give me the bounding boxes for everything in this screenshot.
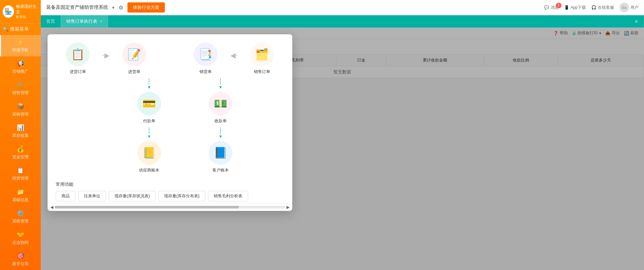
arrow-down-sale: ▼ bbox=[219, 77, 223, 90]
arrow-purchase-to-purchase-order: ▶ bbox=[100, 51, 112, 59]
logo-icon: 🏪 bbox=[3, 5, 14, 18]
sidebar-logo: 🏪 畅康通好生意 标准版 bbox=[0, 0, 41, 23]
user-action[interactable]: Ea 用户 bbox=[620, 3, 639, 12]
marketing-icon: 📢 bbox=[17, 60, 24, 67]
sale-order-label: 销售订单 bbox=[254, 69, 270, 75]
scroll-track[interactable] bbox=[55, 206, 285, 209]
sale-label: 销货单 bbox=[199, 69, 212, 75]
scroll-left-arrow[interactable]: ◀ bbox=[50, 205, 53, 210]
modal-overlay[interactable]: 📋 进货订单 ▶ 📝 bbox=[41, 28, 644, 270]
sidebar-item-newuser[interactable]: 🎯 新手引导 bbox=[0, 249, 41, 270]
common-btn-stock-dist[interactable]: 现存量(库存分布表) bbox=[158, 191, 205, 201]
flow-payment-out[interactable]: 💳 付款单 bbox=[127, 92, 171, 124]
sidebar-item-enterprise[interactable]: 🤝 企业协同 bbox=[0, 228, 41, 249]
purchase-order-label: 进货订单 bbox=[70, 69, 86, 75]
system-icon: ⚙️ bbox=[17, 210, 24, 217]
header-dropdown[interactable]: ▾ bbox=[112, 5, 115, 10]
purchase-label: 进货单 bbox=[128, 69, 140, 75]
experience-btn[interactable]: 体验行业方案 bbox=[127, 2, 165, 13]
logo-text: 畅康通好生意 标准版 bbox=[16, 4, 38, 19]
sidebar-search[interactable]: 🔍 搜索菜单 bbox=[0, 23, 41, 35]
finance-icon: 💰 bbox=[17, 145, 24, 153]
flow-row-2: 💳 付款单 💵 收款单 bbox=[56, 92, 284, 124]
arrow-down-payment-out: ▼ bbox=[147, 127, 151, 140]
sidebar-item-sales[interactable]: 🛒 销售管理 bbox=[0, 78, 41, 99]
customer-ledger-circle: 📘 bbox=[209, 141, 232, 165]
flow-purchase-order[interactable]: 📋 进货订单 bbox=[56, 42, 100, 75]
flow-payment-in[interactable]: 💵 收款单 bbox=[198, 92, 243, 124]
flow-arrows-down-2: ▼ ▼ bbox=[56, 127, 284, 140]
tab-home[interactable]: 首页 bbox=[41, 15, 61, 28]
flow-supplier-ledger[interactable]: 📒 供应商账本 bbox=[127, 141, 171, 173]
header-left: 装备及固定资产辅助管理系统 ▾ ⚙ 体验行业方案 bbox=[46, 2, 165, 13]
payment-in-circle: 💵 bbox=[209, 92, 232, 115]
common-buttons-group: 商品 往来单位 现存量(库存状况表) 现存量(库存分布表) 销售毛利分析表 商品… bbox=[56, 191, 284, 203]
flow-sale[interactable]: 📑 销货单 bbox=[184, 42, 228, 75]
supplier-ledger-circle: 📒 bbox=[137, 141, 161, 165]
supplier-ledger-label: 供应商账本 bbox=[139, 167, 159, 173]
message-badge: 5 bbox=[556, 3, 561, 8]
quick-nav-icon: ⚡ bbox=[17, 38, 24, 46]
sidebar-item-inventory[interactable]: 📊 库存核算 bbox=[0, 121, 41, 142]
common-btn-stock-status[interactable]: 现存量(库存状况表) bbox=[109, 191, 156, 201]
tab-bar: 首页 销售订单执行表 × ✕ bbox=[41, 15, 644, 28]
sidebar: 🏪 畅康通好生意 标准版 🔍 搜索菜单 ⚡ 快捷导航 📢 营销推广 🛒 销售管理… bbox=[0, 0, 41, 270]
common-functions-title: 常用功能 bbox=[56, 181, 284, 187]
message-icon: 💬 bbox=[544, 5, 549, 10]
flow-purchase[interactable]: 📝 进货单 bbox=[112, 42, 156, 75]
flow-arrows-down: ▼ ▼ bbox=[56, 77, 284, 90]
sidebar-item-finance[interactable]: 💰 资金管理 bbox=[0, 142, 41, 163]
tab-sale-order[interactable]: 销售订单执行表 × bbox=[61, 15, 108, 28]
newuser-icon: 🎯 bbox=[17, 252, 24, 260]
message-action[interactable]: 💬 消息 5 bbox=[544, 5, 559, 11]
arrow-down-payment-in: ▼ bbox=[219, 127, 223, 140]
sale-order-circle: 🗂️ bbox=[250, 42, 274, 66]
sidebar-item-quick-nav[interactable]: ⚡ 快捷导航 bbox=[0, 35, 41, 56]
customer-ledger-label: 客户账本 bbox=[212, 167, 229, 173]
scroll-right-arrow[interactable]: ▶ bbox=[286, 205, 290, 210]
common-btn-counterpart[interactable]: 往来单位 bbox=[78, 191, 106, 201]
flow-row-3: 📒 供应商账本 📘 客户账本 bbox=[56, 141, 284, 173]
operation-icon: 📋 bbox=[17, 167, 24, 174]
common-functions-section: 常用功能 商品 往来单位 现存量(库存状况表) 现存量(库存分布表) 销售毛利分… bbox=[56, 181, 284, 203]
header: 装备及固定资产辅助管理系统 ▾ ⚙ 体验行业方案 💬 消息 5 📱 App下载 … bbox=[41, 0, 644, 15]
flow-sale-order[interactable]: 🗂️ 销售订单 bbox=[240, 42, 284, 75]
modal: 📋 进货订单 ▶ 📝 bbox=[48, 34, 292, 211]
inventory-icon: 📊 bbox=[17, 124, 24, 131]
flow-row-1: 📋 进货订单 ▶ 📝 bbox=[56, 42, 284, 75]
modal-body: 📋 进货订单 ▶ 📝 bbox=[48, 34, 292, 203]
main-content: ❓ 帮助 🖨 按模板打印 ▾ 📤 导出 🔄 刷新 📅 单据状态 查询 bbox=[41, 28, 644, 270]
settings-icon[interactable]: ⚙ bbox=[119, 4, 123, 11]
sidebar-nav: ⚡ 快捷导航 📢 营销推广 🛒 销售管理 📦 采购管理 📊 库存核算 💰 资金管… bbox=[0, 35, 41, 270]
common-btn-product[interactable]: 商品 bbox=[56, 191, 75, 201]
common-btn-sale-margin[interactable]: 销售毛利分析表 bbox=[208, 191, 248, 201]
enterprise-icon: 🤝 bbox=[17, 231, 24, 238]
tab-close-btn[interactable]: × bbox=[100, 19, 102, 24]
sidebar-item-basic[interactable]: 📁 基础信息 bbox=[0, 185, 41, 206]
sidebar-item-purchase[interactable]: 📦 采购管理 bbox=[0, 99, 41, 121]
sidebar-item-system[interactable]: ⚙️ 系统管理 bbox=[0, 206, 41, 228]
headset-icon: 🎧 bbox=[591, 5, 596, 10]
purchase-circle: 📝 bbox=[122, 42, 146, 66]
basic-icon: 📁 bbox=[17, 188, 24, 196]
tab-close-window[interactable]: ✕ bbox=[629, 15, 644, 28]
modal-scrollbar: ◀ ▶ bbox=[48, 203, 292, 211]
sale-circle: 📑 bbox=[194, 42, 217, 66]
app-download-icon: 📱 bbox=[564, 5, 569, 10]
sidebar-item-operation[interactable]: 📋 经营管理 bbox=[0, 163, 41, 185]
header-title: 装备及固定资产辅助管理系统 bbox=[46, 4, 108, 11]
payment-out-circle: 💳 bbox=[137, 92, 161, 115]
flow-customer-ledger[interactable]: 📘 客户账本 bbox=[198, 141, 243, 173]
flow-section: 📋 进货订单 ▶ 📝 bbox=[56, 42, 284, 173]
app-download-action[interactable]: 📱 App下载 bbox=[564, 5, 586, 11]
avatar: Ea bbox=[620, 3, 629, 12]
purchase-order-circle: 📋 bbox=[66, 42, 90, 66]
arrow-sale-to-sale-order: ◀ bbox=[228, 51, 240, 59]
sidebar-item-marketing[interactable]: 📢 营销推广 bbox=[0, 56, 41, 78]
sales-icon: 🛒 bbox=[17, 81, 24, 89]
online-service-action[interactable]: 🎧 在线客服 bbox=[591, 5, 614, 11]
payment-in-label: 收款单 bbox=[214, 118, 227, 124]
search-icon: 🔍 bbox=[3, 26, 8, 32]
scroll-thumb bbox=[55, 206, 239, 209]
payment-out-label: 付款单 bbox=[143, 118, 155, 124]
